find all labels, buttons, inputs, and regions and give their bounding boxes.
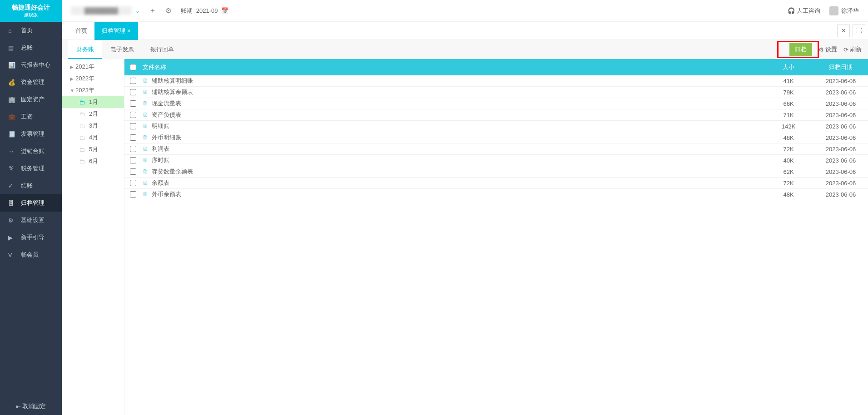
file-name: 外币余额表: [152, 191, 181, 198]
file-name: 辅助核算余额表: [152, 89, 193, 95]
fullscreen-button[interactable]: ⛶: [853, 25, 865, 37]
file-icon: 🗎: [143, 123, 149, 129]
add-icon[interactable]: ＋: [149, 6, 156, 15]
sidebar-item-close[interactable]: ✓结账: [0, 177, 62, 194]
user-menu[interactable]: 徐泽华: [829, 6, 859, 15]
tab-label: 首页: [75, 27, 87, 34]
sidebar-item-asset[interactable]: 🏢固定资产: [0, 91, 62, 108]
table-row[interactable]: 🗎辅助核算余额表79K2023-06-06: [124, 87, 868, 98]
consult-link[interactable]: 🎧 人工咨询: [788, 7, 820, 15]
sidebar-item-money[interactable]: 💰资金管理: [0, 74, 62, 91]
table-row[interactable]: 🗎存货数量余额表62K2023-06-06: [124, 166, 868, 178]
table-row[interactable]: 🗎辅助核算明细账41K2023-06-06: [124, 75, 868, 87]
row-checkbox[interactable]: [130, 78, 136, 84]
sidebar-item-home[interactable]: ⌂首页: [0, 22, 62, 39]
file-size: 40K: [764, 157, 813, 164]
archive-date: 2023-06-06: [813, 123, 868, 130]
tree-month[interactable]: 🗀5月: [62, 143, 124, 155]
file-size: 142K: [764, 123, 813, 130]
row-checkbox[interactable]: [130, 112, 136, 118]
table-row[interactable]: 🗎资产负债表71K2023-06-06: [124, 109, 868, 121]
sidebar: ⌂首页▤总账📊云报表中心💰资金管理🏢固定资产💼工资🧾发票管理↔进销台账％税务管理…: [0, 22, 62, 415]
table-row[interactable]: 🗎序时账40K2023-06-06: [124, 155, 868, 166]
table-row[interactable]: 🗎外币余额表48K2023-06-06: [124, 189, 868, 200]
row-checkbox[interactable]: [130, 134, 136, 141]
main: 首页归档管理× ✕ ⛶ 财务账电子发票银行回单 归档 ⚙设置 ⟳刷新 ▶2021…: [62, 22, 868, 415]
tree-month[interactable]: 🗀3月: [62, 120, 124, 132]
page-tab[interactable]: 首页: [68, 22, 94, 40]
calendar-icon[interactable]: 📅: [221, 7, 228, 14]
content-split: ▶2021年▶2022年▼2023年🗀1月🗀2月🗀3月🗀4月🗀5月🗀6月 文件名…: [62, 59, 868, 415]
file-icon: 🗎: [143, 157, 149, 163]
row-checkbox[interactable]: [130, 123, 136, 129]
month-label: 1月: [89, 98, 98, 106]
sidebar-item-archive[interactable]: 🗄归档管理: [0, 194, 62, 212]
archive-date: 2023-06-06: [813, 112, 868, 119]
sidebar-item-label: 畅会员: [21, 251, 39, 259]
tree-year[interactable]: ▶2022年: [62, 73, 124, 84]
table-row[interactable]: 🗎利润表72K2023-06-06: [124, 143, 868, 155]
sidebar-item-member[interactable]: V畅会员: [0, 246, 62, 263]
row-checkbox[interactable]: [130, 168, 136, 175]
sub-tab[interactable]: 财务账: [68, 40, 102, 59]
month-label: 4月: [89, 133, 98, 142]
month-label: 5月: [89, 145, 98, 153]
sidebar-item-inout[interactable]: ↔进销台账: [0, 143, 62, 160]
row-checkbox[interactable]: [130, 191, 136, 198]
col-name: 文件名称: [142, 63, 764, 71]
close-icon[interactable]: ×: [127, 27, 131, 34]
sub-tab[interactable]: 银行回单: [142, 40, 182, 59]
money-icon: 💰: [8, 79, 16, 86]
sidebar-unpin[interactable]: ⇤ 取消固定: [0, 398, 62, 415]
file-name: 明细账: [152, 123, 169, 129]
archive-date: 2023-06-06: [813, 78, 868, 84]
sub-tab[interactable]: 电子发票: [102, 40, 142, 59]
table-row[interactable]: 🗎余额表72K2023-06-06: [124, 178, 868, 189]
row-checkbox[interactable]: [130, 157, 136, 163]
sidebar-item-invoice[interactable]: 🧾发票管理: [0, 125, 62, 143]
archive-button[interactable]: 归档: [789, 43, 812, 56]
sidebar-item-salary[interactable]: 💼工资: [0, 108, 62, 125]
ledger-icon: ▤: [8, 44, 16, 51]
file-size: 79K: [764, 89, 813, 96]
tree-month[interactable]: 🗀2月: [62, 108, 124, 120]
tree-month[interactable]: 🗀6月: [62, 155, 124, 167]
refresh-link[interactable]: ⟳刷新: [843, 45, 862, 54]
org-selector[interactable]: ████████ ⌄: [71, 6, 140, 15]
tree-month[interactable]: 🗀4月: [62, 132, 124, 143]
row-checkbox[interactable]: [130, 89, 136, 95]
select-all-checkbox[interactable]: [130, 64, 136, 70]
sidebar-item-guide[interactable]: ▶新手引导: [0, 229, 62, 246]
table-row[interactable]: 🗎外币明细账48K2023-06-06: [124, 132, 868, 143]
file-size: 66K: [764, 100, 813, 107]
row-checkbox[interactable]: [130, 100, 136, 107]
table-row[interactable]: 🗎明细账142K2023-06-06: [124, 121, 868, 132]
gear-icon[interactable]: ⚙: [165, 6, 172, 15]
page-tab[interactable]: 归档管理×: [94, 22, 138, 40]
sidebar-item-settings[interactable]: ⚙基础设置: [0, 212, 62, 229]
tree-month[interactable]: 🗀1月: [62, 96, 124, 108]
file-size: 62K: [764, 168, 813, 175]
settings-link[interactable]: ⚙设置: [818, 45, 837, 54]
sidebar-item-chart[interactable]: 📊云报表中心: [0, 56, 62, 74]
logo-text: 畅捷通好会计: [12, 4, 50, 12]
archive-date: 2023-06-06: [813, 89, 868, 96]
folder-icon: 🗀: [79, 158, 86, 165]
tree-year[interactable]: ▶2021年: [62, 61, 124, 73]
row-checkbox[interactable]: [130, 146, 136, 152]
table-row[interactable]: 🗎现金流量表66K2023-06-06: [124, 98, 868, 109]
sidebar-item-ledger[interactable]: ▤总账: [0, 39, 62, 56]
file-name: 资产负债表: [152, 111, 181, 118]
folder-icon: 🗀: [79, 111, 86, 118]
unpin-icon: ⇤: [16, 403, 21, 410]
archive-date: 2023-06-06: [813, 180, 868, 187]
file-name: 现金流量表: [152, 100, 181, 107]
close-tab-button[interactable]: ✕: [837, 25, 850, 37]
tree-year[interactable]: ▼2023年: [62, 84, 124, 96]
file-size: 41K: [764, 78, 813, 84]
row-checkbox[interactable]: [130, 180, 136, 186]
archive-date: 2023-06-06: [813, 100, 868, 107]
folder-icon: 🗀: [79, 134, 86, 141]
sidebar-item-tax[interactable]: ％税务管理: [0, 160, 62, 177]
archive-date: 2023-06-06: [813, 146, 868, 153]
